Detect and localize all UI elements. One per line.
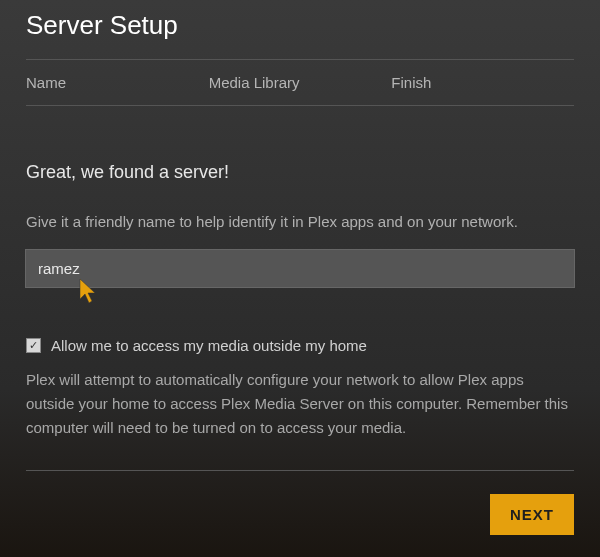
tab-finish[interactable]: Finish — [391, 74, 574, 91]
page-title: Server Setup — [26, 10, 574, 41]
tab-media-library[interactable]: Media Library — [209, 74, 392, 91]
tab-name[interactable]: Name — [26, 74, 209, 91]
divider — [26, 470, 574, 471]
remote-access-row[interactable]: ✓ Allow me to access my media outside my… — [26, 337, 574, 354]
remote-access-label: Allow me to access my media outside my h… — [51, 337, 367, 354]
remote-access-checkbox[interactable]: ✓ — [26, 338, 41, 353]
next-button[interactable]: NEXT — [490, 494, 574, 535]
server-name-input[interactable] — [26, 250, 574, 287]
remote-access-description: Plex will attempt to automatically confi… — [26, 368, 574, 440]
found-server-heading: Great, we found a server! — [26, 162, 574, 183]
step-tabs: Name Media Library Finish — [26, 59, 574, 106]
name-instruction: Give it a friendly name to help identify… — [26, 213, 574, 230]
